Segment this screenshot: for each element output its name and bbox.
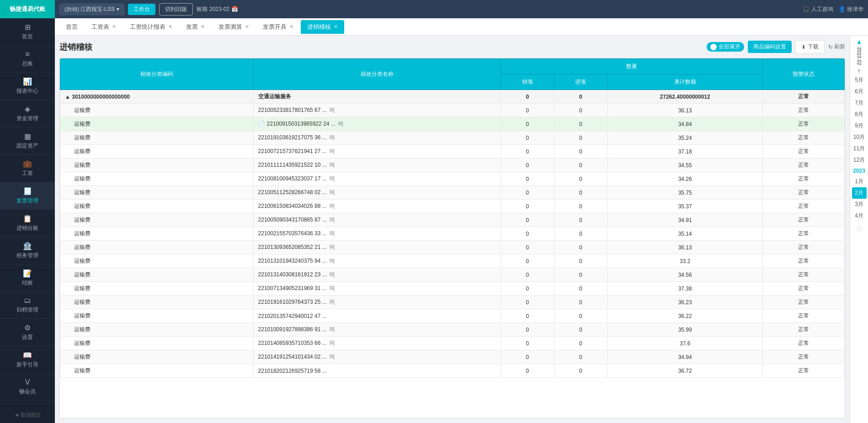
col-tax-name: 税收分类名称 (253, 59, 501, 90)
calendar-icon[interactable]: 📅 (231, 6, 238, 12)
calendar-month-6[interactable]: 6月 (852, 86, 867, 97)
download-icon: ⬇ (801, 44, 806, 50)
sidebar-item-tax[interactable]: 🏦 税务管理 (0, 237, 55, 264)
table-row-purchase: 0 (554, 159, 607, 172)
calendar-month-4[interactable]: 4月 (852, 210, 867, 222)
tab-invoice-calc[interactable]: 发票测算 ✕ (212, 20, 256, 34)
table-row-purchase: 0 (554, 364, 607, 378)
table-row-name: 运输费 (60, 337, 254, 350)
tab-invoice-calc-close[interactable]: ✕ (245, 24, 249, 30)
table-row-cumulative: 36.23 (607, 296, 763, 309)
switch-version-button[interactable]: 切到旧版 (159, 3, 193, 16)
table-row-invoice: 221013101943240375 94 ... 吨 (253, 254, 501, 268)
refresh-button[interactable]: ↻ 刷新 (828, 43, 845, 51)
tab-invoice-open-close[interactable]: ✕ (289, 24, 293, 30)
calendar-month-11[interactable]: 11月 (852, 143, 867, 154)
chevron-down-icon: ▾ (117, 6, 119, 12)
calendar-month-8[interactable]: 8月 (852, 109, 867, 120)
tab-salary-stat[interactable]: 工资统计报表 ✕ (123, 20, 179, 34)
tab-reconcile-close[interactable]: ✕ (334, 24, 338, 30)
table-row-sale: 0 (501, 172, 554, 186)
table-row-name: 运输费 (60, 104, 254, 117)
calendar-down-arrow-1[interactable]: ▼ (853, 67, 866, 74)
sidebar-item-archive[interactable]: 🗂 归档管理 (0, 292, 55, 319)
table-row-status: 正常 (763, 104, 845, 117)
tab-invoice-close[interactable]: ✕ (201, 24, 205, 30)
table-row-status: 正常 (763, 323, 845, 337)
table-row-invoice: 221013140308161912 23 ... 吨 (253, 268, 501, 282)
calendar-month-7[interactable]: 7月 (852, 97, 867, 109)
table-row-cumulative: 36.13 (607, 104, 763, 117)
sidebar-item-home[interactable]: ⊞ 首页 (0, 18, 55, 46)
table-row-status: 正常 (763, 145, 845, 159)
assets-icon: ▦ (24, 132, 31, 141)
table-row-code: ▲ 3010000000000000000 (60, 90, 254, 104)
tab-salary-close[interactable]: ✕ (112, 24, 116, 30)
table-row-invoice: 221020135742940012 47 ... (253, 309, 501, 323)
table-row-invoice: 221011111435921522 10 ... 吨 (253, 159, 501, 172)
sidebar-item-assets[interactable]: ▦ 固定资产 (0, 127, 55, 155)
support-button[interactable]: 🎧 人工咨询 (803, 5, 833, 13)
tab-bar: 首页 工资表 ✕ 工资统计报表 ✕ 发票 ✕ 发票测算 ✕ 发票开具 ✕ 进销稽… (55, 18, 868, 36)
sidebar-item-settings[interactable]: ⚙ 设置 (0, 319, 55, 346)
sidebar-item-settle[interactable]: 📝 结账 (0, 264, 55, 292)
sidebar: 畅捷通易代账 ⊞ 首页 ≡ 总账 📊 报表中心 ◈ 资金管理 ▦ 固定资产 💼 … (0, 0, 55, 423)
table-row-purchase: 0 (554, 282, 607, 296)
user-menu[interactable]: 👤 徐泽华 (839, 5, 863, 13)
table-row-invoice: 221006150834034026 88 ... 吨 (253, 200, 501, 213)
table-row-purchase: 0 (554, 104, 607, 117)
calendar-month-5[interactable]: 5月 (852, 74, 867, 86)
calendar-up-arrow[interactable]: ▲ (853, 38, 866, 45)
table-row-sale: 0 (501, 337, 554, 350)
unpin-button[interactable]: ◄ 取消固定 (0, 407, 55, 423)
table-row-sale: 0 (501, 131, 554, 145)
sidebar-item-purchase-ledger[interactable]: 📋 进销台账 (0, 210, 55, 237)
sidebar-item-reports[interactable]: 📊 报表中心 (0, 73, 55, 100)
table-row-purchase: 0 (554, 254, 607, 268)
table-row-status: 正常 (763, 254, 845, 268)
table-row-status: 正常 (763, 227, 845, 241)
product-code-settings-button[interactable]: 商品编码设置 (748, 41, 792, 53)
table-row-purchase: 0 (554, 145, 607, 159)
table-row-name: 运输费 (60, 309, 254, 323)
calendar-month-9[interactable]: 9月 (852, 120, 867, 132)
workspace-button[interactable]: 工作台 (128, 4, 155, 15)
table-row-name: 运输费 (60, 282, 254, 296)
sidebar-item-salary[interactable]: 💼 工资 (0, 155, 55, 182)
table-row-invoice: 221018202126925719 58 ... (253, 364, 501, 378)
period-label: 账期 2023-02 📅 (197, 5, 238, 13)
star-icon: ☆ (856, 223, 863, 233)
calendar-month-12[interactable]: 12月 (852, 154, 867, 166)
sidebar-item-guide[interactable]: 📖 新手引导 (0, 346, 55, 374)
sidebar-item-capital[interactable]: ◈ 资金管理 (0, 100, 55, 127)
reconcile-table-container: 税收分类编码 税收分类名称 数量 预警状态 销项 进项 累计数额 ▲ 301 (59, 58, 845, 418)
file-icon: 📄 (258, 121, 265, 127)
tab-invoice-open[interactable]: 发票开具 ✕ (256, 20, 300, 34)
sidebar-item-ledger[interactable]: ≡ 总账 (0, 46, 55, 73)
expand-all-toggle[interactable]: 全部展开 (707, 42, 744, 52)
table-row-invoice: 221008100945323037 17 ... 吨 (253, 172, 501, 186)
calendar-month-1[interactable]: 1月 (852, 176, 867, 187)
table-row-status: 正常 (763, 159, 845, 172)
table-row-name: 运输费 (60, 172, 254, 186)
table-row-sale: 0 (501, 159, 554, 172)
col-status: 预警状态 (763, 59, 845, 90)
reconcile-table: 税收分类编码 税收分类名称 数量 预警状态 销项 进项 累计数额 ▲ 301 (60, 58, 845, 378)
calendar-month-3[interactable]: 3月 (852, 199, 867, 210)
sidebar-item-invoice-mgmt[interactable]: 🧾 发票管理 (0, 182, 55, 210)
tab-salary-stat-close[interactable]: ✕ (168, 24, 172, 30)
col-quantity-group: 数量 (501, 59, 762, 74)
tab-salary[interactable]: 工资表 ✕ (85, 20, 122, 34)
table-row-cumulative: 27262.40000000012 (607, 90, 763, 104)
download-button[interactable]: ⬇ 下载 (795, 40, 825, 53)
table-row-cumulative: 34.56 (607, 268, 763, 282)
calendar-month-10[interactable]: 10月 (852, 132, 867, 143)
sidebar-item-member[interactable]: V 畅会员 (0, 374, 55, 401)
tab-home[interactable]: 首页 (59, 20, 84, 34)
calendar-month-2-active[interactable]: 2月 (852, 187, 867, 199)
company-selector[interactable]: (勿动) 江西报宝-LSS ▾ (59, 4, 124, 15)
table-row-sale: 0 (501, 117, 554, 131)
tab-invoice[interactable]: 发票 ✕ (180, 20, 211, 34)
col-tax-code: 税收分类编码 (60, 59, 254, 90)
tab-reconcile[interactable]: 进销稽核 ✕ (301, 20, 344, 34)
